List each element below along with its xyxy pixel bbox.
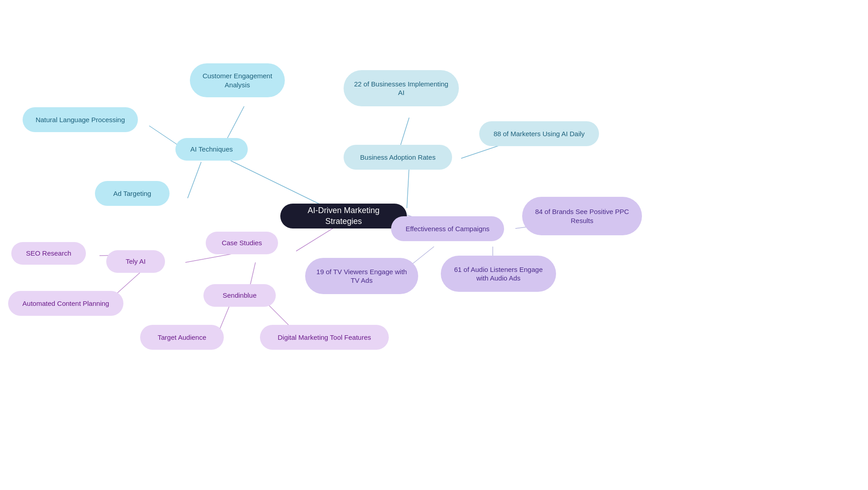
svg-line-3 [188,162,201,198]
digital-marketing-node: Digital Marketing Tool Features [260,325,389,350]
tely-ai-node: Tely AI [106,250,165,273]
audio-listeners-node: 61 of Audio Listeners Engage with Audio … [441,256,556,292]
business-adoption-node: Business Adoption Rates [344,145,452,170]
automated-content-node: Automated Content Planning [8,291,123,316]
marketers-using-node: 88 of Marketers Using AI Daily [479,121,599,146]
case-studies-node: Case Studies [206,232,278,254]
seo-research-node: SEO Research [11,242,86,265]
businesses-implementing-node: 22 of Businesses Implementing AI [344,70,459,106]
ai-techniques-node: AI Techniques [175,138,248,161]
sendinblue-node: Sendinblue [203,284,276,307]
ppc-results-node: 84 of Brands See Positive PPC Results [522,197,642,235]
ad-targeting-node: Ad Targeting [95,181,170,206]
center-node: AI-Driven Marketing Strategies [280,204,407,228]
svg-line-16 [219,303,231,330]
customer-engagement-node: Customer Engagement Analysis [190,63,285,97]
effectiveness-node: Effectiveness of Campaigns [391,216,504,241]
target-audience-node: Target Audience [140,325,224,350]
tv-viewers-node: 19 of TV Viewers Engage with TV Ads [305,258,418,294]
svg-line-4 [407,167,409,208]
natural-language-node: Natural Language Processing [23,107,138,132]
